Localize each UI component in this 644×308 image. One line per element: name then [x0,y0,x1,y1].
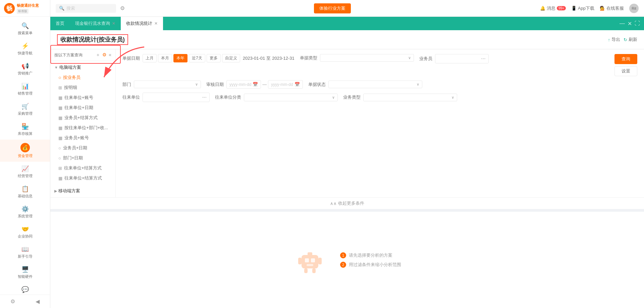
scheme-salesman-settlement[interactable]: ▦ 业务员+结算方式 [50,113,115,123]
date-btn-this-year[interactable]: 本年 [173,54,187,62]
scheme-settings-icon[interactable]: ⚙ [102,52,107,58]
service-item[interactable]: 💁 在线客服 [600,5,624,11]
topbar-search-box[interactable]: 🔍 搜索 [56,4,116,13]
export-button[interactable]: ↑ 导出 [608,37,621,43]
tab-home[interactable]: 首页 [50,17,70,30]
sidebar-item-hardware[interactable]: 🖥️ 智能硬件 [0,262,50,283]
scheme-salesman-account[interactable]: ▦ 业务员+账号 [50,133,115,143]
scheme-partner-settle2[interactable]: ▦ 往来单位+结算方式 [50,173,115,183]
query-button[interactable]: 查询 [614,54,637,64]
partner-category-select[interactable]: ∨ [244,94,338,101]
scheme-partner-settle1[interactable]: ⊞ 往来单位+结算方式 [50,163,115,173]
collapse-panel-icon[interactable]: « [109,52,111,58]
sidebar-item-operations[interactable]: 📈 经营管理 [0,162,50,182]
system-icon: ⚙️ [21,205,29,213]
dept-select[interactable]: ∨ [134,81,201,88]
partner-more-icon[interactable]: ··· [202,94,207,100]
sidebar-item-guide[interactable]: 📖 新手引导 [0,242,50,262]
sidebar-label-inventory: 库存核算 [18,131,33,136]
review-date-label: 审核日期 [206,82,224,88]
sidebar-item-purchase[interactable]: 🛒 采购管理 [0,99,50,119]
scheme-dept-date[interactable]: ○ 部门+日期 [50,153,115,163]
biz-type-select[interactable]: ∨ [363,94,457,101]
doc-type-select[interactable]: ∨ [320,54,414,62]
sidebar-item-quicknav[interactable]: ⚡ 快捷导航 [0,39,50,59]
trial-button[interactable]: 体验行业方案 [314,3,351,13]
sidebar-label-quicknav: 快捷导航 [18,51,33,56]
sidebar-item-system[interactable]: ⚙️ 系统管理 [0,202,50,222]
sidebar-item-marketing[interactable]: 📢 营销推广 [0,59,50,79]
mobile-group-header[interactable]: ▶ 移动端方案 [50,186,115,196]
calendar-to-icon[interactable]: 📅 [294,82,300,87]
content-area: 收款情况统计(按业务员) ↑ 导出 ↻ 刷新 按以下方案查询 ＋ [50,30,644,308]
bell-icon: 🔔 [540,6,545,11]
tab-expand-icon[interactable]: ⛶ [635,20,640,27]
settings-bottom-icon[interactable]: ⚙ [10,298,15,305]
pc-group-header[interactable]: ▼ 电脑端方案 [50,62,115,72]
scheme-partner-account[interactable]: ▦ 往来单位+账号 [50,93,115,103]
tab-minimize-icon[interactable]: — [620,20,625,27]
sidebar-item-basic[interactable]: 📋 基础信息 [0,182,50,202]
scheme-partner-dept-label: 按往来单位+部门+收... [64,125,108,131]
search-icon-top: 🔍 [59,6,64,11]
refresh-button[interactable]: ↻ 刷新 [624,37,637,43]
purchase-icon: 🛒 [21,103,29,110]
message-item[interactable]: 🔔 消息 99+ [540,5,566,11]
tab-bank[interactable]: 现金银行流水查询 ✕ [70,17,121,30]
salesman-select[interactable]: ··· [435,54,489,63]
sidebar-item-inventory[interactable]: 🏪 库存核算 [0,119,50,140]
user-avatar[interactable]: Rit [629,4,639,13]
salesman-more-icon[interactable]: ··· [481,56,485,62]
doc-type-label: 单据类型 [300,55,317,61]
date-btn-last-month[interactable]: 上月 [143,54,157,62]
tab-receipt[interactable]: 收款情况统计 ✕ [121,17,163,30]
date-btn-more[interactable]: 更多 [207,54,221,62]
app-download-item[interactable]: 📱 App下载 [571,5,594,11]
logo-area: 畅 畅捷通好生意 标准版 [0,0,50,17]
finance-icon: 💰 [20,143,30,152]
add-scheme-icon[interactable]: ＋ [96,52,100,58]
svg-rect-8 [312,268,316,273]
date-btn-this-month[interactable]: 本月 [158,54,172,62]
date-btn-7days[interactable]: 近7天 [189,54,205,62]
sidebar-item-sales[interactable]: 📊 销售管理 [0,79,50,99]
sidebar-item-search[interactable]: 🔍 搜索菜单 [0,19,50,39]
doc-type-chevron: ∨ [408,56,411,60]
dept-label: 部门 [122,82,131,88]
partner-select[interactable]: ··· [143,93,210,102]
bank-tab-close[interactable]: ✕ [112,21,115,26]
service-label: 在线客服 [606,5,624,11]
doc-status-select[interactable]: ∨ [328,81,422,88]
topbar-right: 🔔 消息 99+ 📱 App下载 💁 在线客服 Rit [540,4,639,13]
wechat-icon: 💬 [21,286,29,293]
svg-rect-6 [318,258,322,264]
scheme-by-salesman[interactable]: ○ 按业务员 [50,72,115,83]
date-from: 2023-01-01 [243,56,265,61]
settings-filter-button[interactable]: 设置 [614,66,637,76]
scheme-partner-dept[interactable]: ▦ 按往来单位+部门+收... [50,123,115,133]
receipt-tab-close[interactable]: ✕ [154,21,158,26]
date-btn-custom[interactable]: 自定义 [222,54,240,62]
sidebar-item-finance[interactable]: 💰 资金管理 [0,140,50,162]
scheme-by-detail[interactable]: ⊞ 按明细 [50,83,115,93]
scheme-detail-label: 按明细 [64,85,77,91]
basic-icon: 📋 [21,185,29,193]
review-date-from-input[interactable]: yyyy-mm-dd 📅 [226,80,261,89]
partner-group: 往来单位 ··· [122,93,210,102]
review-date-to-input[interactable]: yyyy-mm-dd 📅 [268,80,303,89]
sidebar-label-marketing: 营销推广 [18,71,33,76]
page-actions: ↑ 导出 ↻ 刷新 [608,37,638,43]
logo-name: 畅捷通好生意 [17,3,39,8]
collapse-bottom-icon[interactable]: ◀‍ [36,298,40,305]
topbar-gear-icon[interactable]: ⚙ [120,5,125,11]
export-label: 导出 [611,37,620,43]
collapse-bar[interactable]: ∧∧ 收起更多条件 [50,197,644,209]
scheme-salesman-date[interactable]: ○ 业务员+日期 [50,143,115,153]
left-panel-title: 按以下方案查询 [54,52,83,58]
scheme-partner-date[interactable]: ▦ 往来单位+日期 [50,103,115,113]
sidebar-item-corp[interactable]: 🤝 企业协同 [0,222,50,242]
calendar-from-icon[interactable]: 📅 [253,82,258,87]
scheme-partner-settle1-label: 往来单位+结算方式 [64,165,102,171]
sidebar-item-wechat[interactable]: 💬 企业微信 [0,283,50,295]
tab-close-icon[interactable]: ✕ [628,20,632,27]
